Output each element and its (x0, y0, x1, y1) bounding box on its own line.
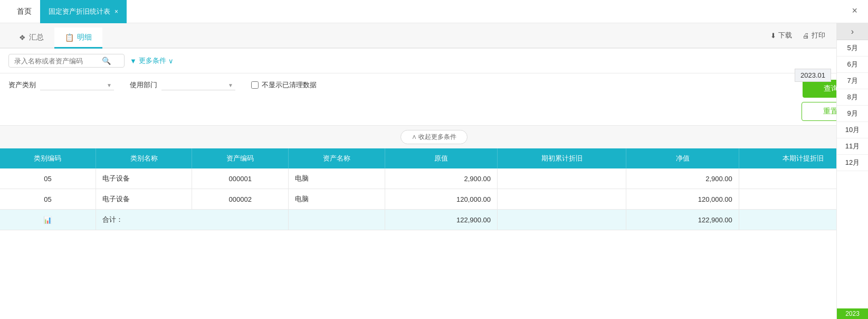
table-total-row: 📊 合计： 122,900.00 122,900.00 (0, 210, 868, 230)
col-header-net-value: 净值 (626, 148, 739, 168)
print-icon: 🖨 (803, 32, 809, 40)
cell-category-name: 电子设备 (96, 189, 192, 210)
month-item-10[interactable]: 10月 (837, 122, 868, 138)
nav-tab-label: 固定资产折旧统计表 (49, 7, 110, 16)
month-item-7[interactable]: 7月 (837, 73, 868, 89)
no-cleared-label: 不显示已清理数据 (262, 80, 317, 90)
cell-original-value: 2,900.00 (385, 168, 498, 189)
department-label: 使用部门 (130, 80, 157, 90)
asset-category-filter: 资产类别 ▼ (8, 80, 114, 90)
search-input-wrap: 🔍 (8, 54, 125, 68)
table-row: 05 电子设备 000002 电脑 120,000.00 120,000.00 (0, 189, 868, 210)
month-item-12[interactable]: 12月 (837, 155, 868, 171)
total-icon-cell: 📊 (0, 210, 96, 230)
department-filter: 使用部门 ▼ (130, 80, 235, 90)
total-empty-1 (288, 210, 385, 230)
col-header-asset-name: 资产名称 (288, 148, 385, 168)
cell-asset-code: 000001 (192, 168, 289, 189)
window-close-button[interactable]: × (852, 5, 857, 16)
data-table: 类别编码 类别名称 资产编码 资产名称 原值 期初累计折旧 净值 本期计提折旧 … (0, 148, 868, 230)
nav-tab-fixed-assets[interactable]: 固定资产折旧统计表 × (40, 0, 127, 23)
main-content: ❖ 汇总 📋 明细 ⬇ 下载 🖨 打印 ↻ 刷新 🔍 (0, 23, 868, 319)
search-icon: 🔍 (102, 57, 111, 65)
cell-accumulated-depreciation (498, 168, 626, 189)
tab-summary-label: 汇总 (29, 33, 44, 42)
month-item-5[interactable]: 5月 (837, 40, 868, 57)
data-table-wrap: 类别编码 类别名称 资产编码 资产名称 原值 期初累计折旧 净值 本期计提折旧 … (0, 148, 868, 319)
sub-tabs-bar: ❖ 汇总 📋 明细 ⬇ 下载 🖨 打印 ↻ 刷新 (0, 23, 868, 49)
cell-net-value: 2,900.00 (626, 168, 739, 189)
month-item-11[interactable]: 11月 (837, 138, 868, 155)
asset-category-select[interactable] (40, 80, 114, 90)
date-display: 2023.01 (795, 69, 831, 82)
filter-icon: ▼ (130, 57, 137, 65)
tab-detail-label: 明细 (77, 33, 92, 42)
more-conditions-label: 更多条件 (139, 56, 166, 65)
total-label: 合计： (96, 210, 288, 230)
asset-category-label: 资产类别 (8, 80, 36, 90)
print-label: 打印 (812, 31, 825, 40)
collapse-bar[interactable]: ∧ 收起更多条件 (0, 126, 868, 148)
download-icon: ⬇ (770, 32, 776, 40)
no-cleared-checkbox[interactable] (251, 81, 259, 89)
year-badge[interactable]: 2023 (837, 308, 868, 319)
cell-category-code: 05 (0, 189, 96, 210)
top-nav: 首页 固定资产折旧统计表 × × (0, 0, 868, 23)
cell-category-name: 电子设备 (96, 168, 192, 189)
collapse-button[interactable]: ∧ 收起更多条件 (400, 130, 468, 144)
col-header-accumulated-depreciation: 期初累计折旧 (498, 148, 626, 168)
cell-net-value: 120,000.00 (626, 189, 739, 210)
detail-icon: 📋 (65, 33, 74, 42)
tab-detail[interactable]: 📋 明细 (54, 27, 102, 49)
no-cleared-filter[interactable]: 不显示已清理数据 (251, 80, 317, 90)
cell-category-code: 05 (0, 168, 96, 189)
cell-asset-name: 电脑 (288, 168, 385, 189)
month-item-9[interactable]: 9月 (837, 106, 868, 122)
cell-asset-name: 电脑 (288, 189, 385, 210)
month-item-6[interactable]: 6月 (837, 57, 868, 73)
col-header-category-name: 类别名称 (96, 148, 192, 168)
department-select[interactable] (161, 80, 235, 90)
filter-section: 资产类别 ▼ 使用部门 ▼ (0, 73, 868, 126)
cell-asset-code: 000002 (192, 189, 289, 210)
download-button[interactable]: ⬇ 下载 (770, 31, 792, 40)
cell-original-value: 120,000.00 (385, 189, 498, 210)
nav-home[interactable]: 首页 (8, 0, 40, 23)
total-original-value: 122,900.00 (385, 210, 498, 230)
collapse-label: ∧ 收起更多条件 (412, 133, 456, 142)
search-input[interactable] (14, 57, 99, 65)
table-header-row: 类别编码 类别名称 资产编码 资产名称 原值 期初累计折旧 净值 本期计提折旧 (0, 148, 868, 168)
cell-accumulated-depreciation (498, 189, 626, 210)
search-bar: 🔍 ▼ 更多条件 ∨ 2023.01 (0, 49, 868, 73)
nav-tab-close-icon[interactable]: × (115, 8, 118, 15)
month-item-8[interactable]: 8月 (837, 89, 868, 106)
print-button[interactable]: 🖨 打印 (803, 31, 825, 40)
table-row: 05 电子设备 000001 电脑 2,900.00 2,900.00 (0, 168, 868, 189)
col-header-original-value: 原值 (385, 148, 498, 168)
total-accumulated-depreciation (498, 210, 626, 230)
right-panel: › 5月 6月 7月 8月 9月 10月 11月 12月 2023 (836, 23, 868, 319)
more-conditions-button[interactable]: ▼ 更多条件 ∨ (130, 56, 174, 65)
summary-icon: ❖ (19, 33, 26, 42)
chevron-down-icon: ∨ (168, 57, 174, 65)
tab-summary[interactable]: ❖ 汇总 (8, 27, 54, 49)
filter-row-1: 资产类别 ▼ 使用部门 ▼ (8, 80, 317, 90)
right-panel-expand-arrow[interactable]: › (837, 23, 868, 40)
total-net-value: 122,900.00 (626, 210, 739, 230)
col-header-asset-code: 资产编码 (192, 148, 289, 168)
col-header-category-code: 类别编码 (0, 148, 96, 168)
download-label: 下载 (778, 31, 792, 40)
